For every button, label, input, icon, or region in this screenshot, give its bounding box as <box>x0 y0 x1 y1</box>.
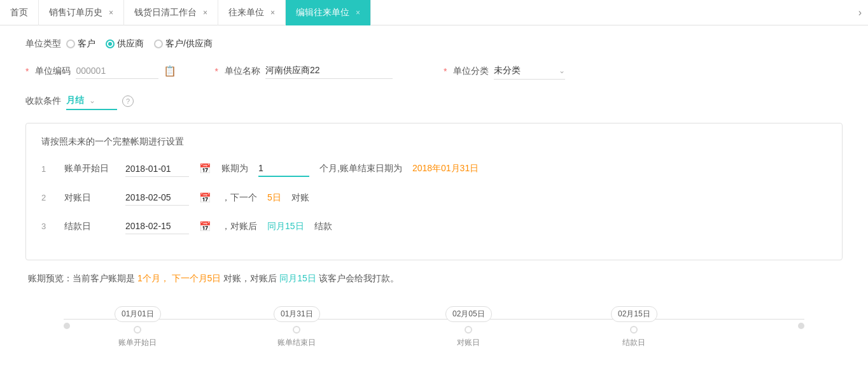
tab-partner-close[interactable]: × <box>270 8 275 17</box>
name-label: 单位名称 <box>225 66 260 77</box>
preview-mid: 对账，对账后 <box>223 273 277 283</box>
settings-card: 请按照未来的一个完整帐期进行设置 1 账单开始日 📅 账期为 个月,账单结束日期… <box>25 123 843 260</box>
start-date-input[interactable] <box>125 161 189 177</box>
card-row-2: 2 对账日 📅 ，下一个 5日 对账 <box>41 190 827 206</box>
row-3-highlight: 同月15日 <box>267 221 304 232</box>
node-2-label: 账单结束日 <box>277 337 316 348</box>
category-select[interactable]: 未分类 ⌄ <box>494 62 565 80</box>
name-field: * 单位名称 <box>214 63 392 79</box>
category-field: * 单位分类 未分类 ⌄ <box>444 62 565 80</box>
node-2-badge: 01月31日 <box>274 306 320 322</box>
radio-customer-label: 客户 <box>78 38 95 50</box>
radio-customer[interactable]: 客户 <box>66 38 95 50</box>
node-4-dot <box>630 326 638 334</box>
timeline-end-dot <box>798 323 804 329</box>
unit-type-field: 单位类型 客户 供应商 客户/供应商 <box>25 38 213 50</box>
row-2-suffix: 对账 <box>291 192 309 204</box>
tab-edit-partner-label: 编辑往来单位 <box>296 7 349 18</box>
tabs-bar: 首页 销售订单历史 × 钱货日清工作台 × 往来单位 × 编辑往来单位 × › <box>0 0 868 25</box>
unit-type-label: 单位类型 <box>25 38 61 50</box>
row-2-num: 2 <box>41 193 54 202</box>
radio-supplier-circle <box>106 39 115 48</box>
node-3-dot <box>465 326 472 334</box>
row-1-prefix: 账期为 <box>221 163 248 174</box>
timeline: 01月01日 账单开始日 01月31日 账单结束日 02月05日 对账日 02月… <box>25 300 843 325</box>
reconcile-date-input[interactable] <box>125 190 189 206</box>
code-field: * 单位编码 📋 <box>25 63 176 79</box>
code-copy-icon[interactable]: 📋 <box>164 65 176 77</box>
tab-home[interactable]: 首页 <box>0 0 39 25</box>
preview-part2: 下一个月5日 <box>172 273 221 283</box>
tabs-scroll-right[interactable]: › <box>852 7 868 18</box>
timeline-node-3: 02月05日 对账日 <box>445 306 492 348</box>
radio-supplier-label: 供应商 <box>117 38 144 50</box>
node-1-label: 账单开始日 <box>118 337 157 348</box>
tab-edit-partner-close[interactable]: × <box>356 8 360 17</box>
name-required: * <box>214 66 218 76</box>
payment-field: 收款条件 月结 ⌄ ? <box>25 92 134 110</box>
tab-partner[interactable]: 往来单位 × <box>218 0 286 25</box>
payment-select[interactable]: 月结 ⌄ <box>66 92 117 110</box>
row-3-label: 结款日 <box>64 221 115 232</box>
row-3-prefix: ，对账后 <box>221 221 257 232</box>
card-row-1: 1 账单开始日 📅 账期为 个月,账单结束日期为 2018年01月31日 <box>41 160 827 177</box>
tab-edit-partner[interactable]: 编辑往来单位 × <box>286 0 371 25</box>
row-2-prefix: ，下一个 <box>221 192 257 204</box>
payment-date-input[interactable] <box>125 218 189 234</box>
preview-section: 账期预览：当前客户账期是 1个月， 下一个月5日 对账，对账后 同月15日 该客… <box>25 273 843 285</box>
node-4-badge: 02月15日 <box>611 306 657 322</box>
timeline-line <box>64 319 804 320</box>
radio-both[interactable]: 客户/供应商 <box>154 38 213 50</box>
node-1-badge: 01月01日 <box>115 306 161 322</box>
card-row-3: 3 结款日 📅 ，对账后 同月15日 结款 <box>41 218 827 234</box>
timeline-node-4: 02月15日 结款日 <box>611 306 657 348</box>
code-label: 单位编码 <box>35 66 71 77</box>
radio-supplier[interactable]: 供应商 <box>106 38 144 50</box>
row-1-mid: 个月,账单结束日期为 <box>319 163 402 174</box>
tab-sales-history-label: 销售订单历史 <box>49 7 102 18</box>
category-value: 未分类 <box>494 65 521 76</box>
period-input[interactable] <box>258 160 309 177</box>
radio-both-circle <box>154 39 163 48</box>
node-3-label: 对账日 <box>457 337 480 348</box>
tab-cash-work[interactable]: 钱货日清工作台 × <box>124 0 218 25</box>
tab-sales-history[interactable]: 销售订单历史 × <box>39 0 124 25</box>
preview-part3: 同月15日 <box>279 273 316 283</box>
preview-suffix: 该客户会给我打款。 <box>319 273 399 283</box>
code-required: * <box>25 66 29 76</box>
radio-group: 客户 供应商 客户/供应商 <box>66 38 213 50</box>
timeline-node-1: 01月01日 账单开始日 <box>115 306 161 348</box>
row-1-end-date: 2018年01月31日 <box>412 163 479 174</box>
card-title: 请按照未来的一个完整帐期进行设置 <box>41 136 827 148</box>
row-2-label: 对账日 <box>64 192 115 204</box>
reconcile-date-calendar-icon[interactable]: 📅 <box>199 192 211 204</box>
row-2-highlight: 5日 <box>267 192 281 204</box>
start-date-calendar-icon[interactable]: 📅 <box>199 163 211 174</box>
category-required: * <box>444 66 447 76</box>
code-input[interactable] <box>76 63 158 79</box>
name-input[interactable] <box>265 63 393 79</box>
payment-row: 收款条件 月结 ⌄ ? <box>25 92 843 110</box>
tab-partner-label: 往来单位 <box>228 7 264 18</box>
timeline-node-2: 01月31日 账单结束日 <box>274 306 320 348</box>
node-2-dot <box>293 326 300 334</box>
node-4-label: 结款日 <box>622 337 645 348</box>
row-3-num: 3 <box>41 222 54 231</box>
payment-help-icon[interactable]: ? <box>122 95 134 107</box>
main-content: 单位类型 客户 供应商 客户/供应商 * 单位编码 <box>0 25 868 387</box>
node-3-badge: 02月05日 <box>445 306 492 322</box>
node-1-dot <box>134 326 141 334</box>
tab-cash-work-close[interactable]: × <box>203 8 207 17</box>
tab-cash-work-label: 钱货日清工作台 <box>134 7 197 18</box>
preview-part1: 1个月， <box>137 273 169 283</box>
category-label: 单位分类 <box>453 66 489 77</box>
radio-customer-circle <box>66 39 75 48</box>
tab-home-label: 首页 <box>10 7 28 18</box>
payment-label: 收款条件 <box>25 95 61 107</box>
row-3-suffix: 结款 <box>314 221 332 232</box>
category-arrow: ⌄ <box>559 66 565 75</box>
preview-prefix: 账期预览：当前客户账期是 <box>28 273 135 283</box>
tab-sales-history-close[interactable]: × <box>109 8 113 17</box>
row-1-num: 1 <box>41 164 54 174</box>
payment-date-calendar-icon[interactable]: 📅 <box>199 221 211 232</box>
